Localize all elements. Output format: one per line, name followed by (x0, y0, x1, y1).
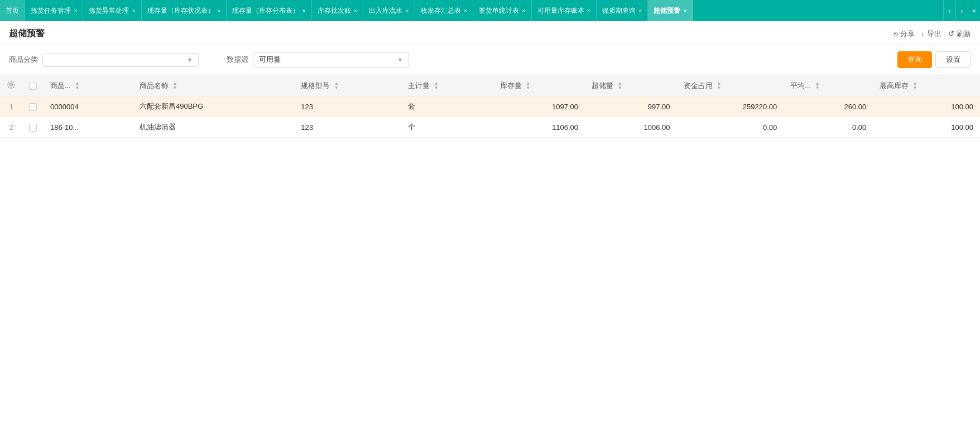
nav-prev-arrow[interactable]: ‹ (943, 0, 955, 21)
sort-icon-avg: ▲▼ (815, 81, 820, 90)
export-button[interactable]: ↓ 导出 (921, 29, 942, 39)
product-category-value (49, 56, 51, 64)
close-tab-icon[interactable]: × (302, 7, 305, 14)
close-tab-icon[interactable]: × (217, 7, 220, 14)
nav-tab-------[interactable]: 拣货异常处理× (83, 0, 141, 21)
row-stock-1: 1097.00 (493, 96, 585, 117)
close-tab-icon[interactable]: × (405, 7, 409, 14)
row-checkbox-1[interactable] (22, 96, 44, 117)
sort-icon-max-stock: ▲▼ (913, 81, 917, 90)
query-button[interactable]: 查询 (897, 51, 932, 68)
close-tab-icon[interactable]: × (74, 7, 77, 14)
close-tab-icon[interactable]: × (354, 7, 357, 14)
th-checkbox[interactable] (22, 75, 44, 96)
row-avg-1: 260.00 (784, 96, 873, 117)
nav-tab--------[interactable]: 可用量库存账本× (532, 0, 597, 21)
th-capital[interactable]: 资金占用 ▲▼ (677, 75, 784, 96)
row-capital-2: 0.00 (677, 117, 784, 138)
close-tab-icon[interactable]: × (587, 7, 590, 14)
select-all-checkbox[interactable] (29, 82, 37, 90)
sort-icon-overstock: ▲▼ (618, 81, 622, 90)
th-avg[interactable]: 平均... ▲▼ (784, 75, 873, 96)
sort-icon-unit: ▲▼ (434, 81, 439, 90)
top-navigation: 首页拣货任务管理×拣货异常处理×现存量（库存状况表）×现存量（库存分布表）×库存… (0, 0, 980, 21)
row-select-checkbox-1[interactable] (29, 103, 37, 111)
th-product-code[interactable]: 商品... ▲▼ (44, 75, 133, 96)
row-unit-1: 套 (401, 96, 493, 117)
product-category-select[interactable]: ▼ (42, 53, 199, 67)
table-row: 1 0000004 六配套新昌490BPG 123 套 1097.00 997.… (0, 96, 980, 117)
th-stock[interactable]: 库存量 ▲▼ (493, 75, 585, 96)
th-product-name[interactable]: 商品名称 ▲▼ (133, 75, 294, 96)
sort-icon-product-name: ▲▼ (173, 81, 177, 90)
nav-tab-------[interactable]: 收发存汇总表× (415, 0, 473, 21)
data-source-chevron: ▼ (397, 57, 403, 63)
filter-actions: 查询 设置 (897, 51, 971, 68)
product-category-group: 商品分类 ▼ (9, 53, 199, 67)
row-product-name-2: 机油滤清器 (133, 117, 294, 138)
refresh-icon: ↺ (948, 30, 954, 38)
nav-tab-----------[interactable]: 现存量（库存状况表）× (142, 0, 227, 21)
row-checkbox-2[interactable] (22, 117, 44, 138)
nav-tab-----[interactable]: 超储预警× (648, 0, 693, 21)
table-row: 2 186-10... 机油滤清器 123 个 1106.00 1006.00 … (0, 117, 980, 138)
th-stock-label: 库存量 (500, 81, 522, 90)
close-tab-icon[interactable]: × (683, 7, 686, 14)
nav-close-arrow[interactable]: × (968, 0, 980, 21)
row-num-2: 2 (0, 117, 22, 138)
sort-icon-stock: ▲▼ (526, 81, 530, 90)
nav-tab------[interactable]: 出入库流水× (363, 0, 415, 21)
settings-gear-icon (7, 80, 16, 89)
nav-tab------[interactable]: 保质期查询× (597, 0, 648, 21)
header-actions: ⎋ 分享 ↓ 导出 ↺ 刷新 (893, 29, 972, 39)
row-product-name-1: 六配套新昌490BPG (133, 96, 294, 117)
data-source-select[interactable]: 可用量 ▼ (253, 52, 409, 67)
row-overstock-1: 997.00 (585, 96, 677, 117)
share-button[interactable]: ⎋ 分享 (893, 29, 915, 39)
settings-button[interactable]: 设置 (935, 51, 971, 68)
th-avg-label: 平均... (790, 81, 811, 90)
row-product-code-2: 186-10... (44, 117, 133, 138)
th-max-stock-label: 最高库存 (880, 81, 909, 90)
page-title: 超储预警 (9, 28, 45, 40)
row-product-code-1: 0000004 (44, 96, 133, 117)
row-unit-2: 个 (401, 117, 493, 138)
page-content: 超储预警 ⎋ 分享 ↓ 导出 ↺ 刷新 商品分类 ▼ 数据源 (0, 21, 980, 446)
close-tab-icon[interactable]: × (638, 7, 642, 14)
th-overstock-label: 超储量 (592, 81, 613, 90)
close-tab-icon[interactable]: × (132, 7, 135, 14)
row-max-stock-1: 100.00 (873, 96, 980, 117)
th-spec-model-label: 规格型号 (301, 81, 330, 90)
filter-bar: 商品分类 ▼ 数据源 可用量 ▼ 查询 设置 (0, 45, 980, 75)
th-product-name-label: 商品名称 (140, 81, 169, 90)
close-tab-icon[interactable]: × (464, 7, 467, 14)
th-capital-label: 资金占用 (684, 81, 713, 90)
refresh-button[interactable]: ↺ 刷新 (948, 29, 971, 39)
main-table: 商品... ▲▼ 商品名称 ▲▼ 规格型号 ▲▼ 主计量 ▲▼ (0, 75, 980, 138)
nav-tab-----------[interactable]: 现存量（库存分布表）× (227, 0, 311, 21)
nav-end: ‹ › × (943, 0, 980, 21)
table-header-row: 商品... ▲▼ 商品名称 ▲▼ 规格型号 ▲▼ 主计量 ▲▼ (0, 75, 980, 96)
th-max-stock[interactable]: 最高库存 ▲▼ (873, 75, 980, 96)
th-unit[interactable]: 主计量 ▲▼ (401, 75, 493, 96)
nav-tab------[interactable]: 库存批次账× (312, 0, 363, 21)
nav-tab-------[interactable]: 拣货任务管理× (25, 0, 83, 21)
th-spec-model[interactable]: 规格型号 ▲▼ (294, 75, 401, 96)
row-select-checkbox-2[interactable] (29, 124, 37, 132)
sort-icon-capital: ▲▼ (717, 81, 721, 90)
close-tab-icon[interactable]: × (522, 7, 525, 14)
row-spec-model-1: 123 (294, 96, 401, 117)
sort-icon-product-code: ▲▼ (75, 81, 79, 90)
th-overstock[interactable]: 超储量 ▲▼ (585, 75, 677, 96)
th-settings[interactable] (0, 75, 22, 96)
nav-next-arrow[interactable]: › (955, 0, 968, 21)
export-icon: ↓ (921, 30, 925, 38)
row-avg-2: 0.00 (784, 117, 873, 138)
nav-tab---[interactable]: 首页 (0, 0, 25, 21)
th-unit-label: 主计量 (408, 81, 430, 90)
product-category-chevron: ▼ (187, 57, 193, 63)
row-capital-1: 259220.00 (677, 96, 784, 117)
data-source-label: 数据源 (227, 55, 248, 65)
row-spec-model-2: 123 (294, 117, 401, 138)
nav-tab-------[interactable]: 要货单统计表× (473, 0, 531, 21)
